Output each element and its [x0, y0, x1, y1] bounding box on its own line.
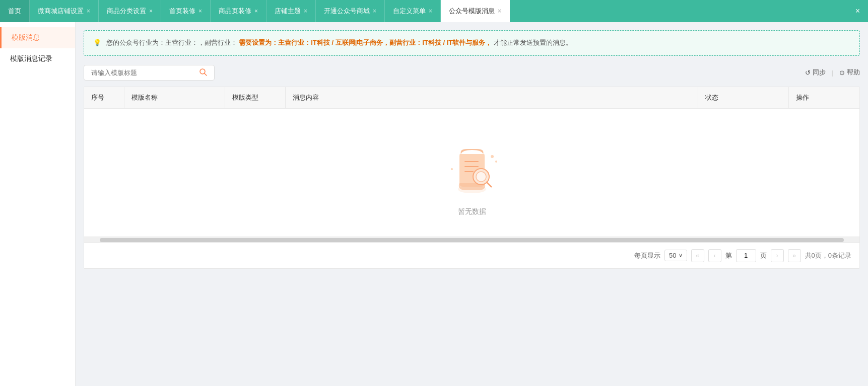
tab-home-label: 首页 — [8, 7, 21, 16]
tab-homepage-decor[interactable]: 首页装修 × — [161, 0, 211, 22]
th-status: 状态 — [698, 87, 789, 108]
svg-point-9 — [491, 155, 494, 158]
tab-product-page-decor-label: 商品页装修 — [219, 7, 251, 16]
per-page-value: 50 — [669, 252, 676, 259]
sync-icon: ↺ — [805, 69, 811, 76]
svg-point-7 — [476, 172, 486, 182]
sync-button[interactable]: ↺ 同步 — [805, 68, 826, 77]
empty-state: 暂无数据 — [84, 109, 859, 237]
tab-weshop-settings[interactable]: 微商城店铺设置 × — [30, 0, 99, 22]
tab-open-wechat-mall-label: 开通公众号商城 — [324, 7, 370, 16]
tab-weshop-close[interactable]: × — [87, 8, 90, 15]
tab-bar: 首页 微商城店铺设置 × 商品分类设置 × 首页装修 × 商品页装修 × 店铺主… — [0, 0, 868, 22]
svg-line-8 — [487, 182, 491, 187]
tab-product-category-label: 商品分类设置 — [107, 7, 146, 16]
tab-homepage-decor-label: 首页装修 — [169, 7, 195, 16]
prev-page-icon: ‹ — [714, 252, 716, 259]
tab-template-message[interactable]: 公众号模版消息 × — [441, 0, 510, 22]
empty-illustration — [442, 139, 502, 199]
first-page-icon: « — [696, 252, 699, 259]
tab-template-message-label: 公众号模版消息 — [449, 7, 495, 16]
tab-homepage-decor-close[interactable]: × — [198, 8, 202, 15]
th-content: 消息内容 — [286, 87, 698, 108]
search-bar: ↺ 同步 | ⊙ 帮助 — [84, 65, 860, 81]
last-page-button[interactable]: » — [788, 249, 801, 262]
notice-prefix: 您的公众号行业为：主营行业：，副营行业： — [106, 39, 237, 46]
tab-shop-theme[interactable]: 店铺主题 × — [266, 0, 316, 22]
first-page-button[interactable]: « — [691, 249, 704, 262]
content-area: 💡 您的公众号行业为：主营行业：，副营行业： 需要设置为：主营行业：IT科技 /… — [76, 22, 868, 386]
notice-icon: 💡 — [93, 39, 101, 46]
tab-product-page-decor-close[interactable]: × — [254, 8, 258, 15]
page-total: 共0页，0条记录 — [805, 251, 851, 260]
next-page-icon: › — [776, 252, 778, 259]
search-action-divider: | — [832, 69, 833, 76]
sidebar-item-template-msg-log[interactable]: 模版消息记录 — [0, 48, 75, 69]
help-icon: ⊙ — [839, 69, 845, 76]
per-page-select[interactable]: 50 ∨ — [664, 250, 687, 261]
horizontal-scrollbar[interactable] — [84, 237, 859, 243]
tab-shop-theme-close[interactable]: × — [304, 8, 307, 15]
page-prefix: 第 — [725, 251, 732, 260]
tab-custom-menu[interactable]: 自定义菜单 × — [385, 0, 441, 22]
last-page-icon: » — [792, 252, 796, 259]
scrollbar-thumb[interactable] — [100, 238, 844, 242]
tab-custom-menu-label: 自定义菜单 — [393, 7, 426, 16]
tab-open-wechat-mall[interactable]: 开通公众号商城 × — [316, 0, 385, 22]
prev-page-button[interactable]: ‹ — [708, 249, 721, 262]
tab-bar-close-all[interactable]: × — [847, 7, 868, 16]
svg-point-11 — [451, 168, 453, 170]
search-actions: ↺ 同步 | ⊙ 帮助 — [805, 68, 860, 77]
sidebar-item-template-msg-log-label: 模版消息记录 — [10, 54, 52, 62]
search-input-wrap — [84, 65, 215, 81]
notice-suffix: 才能正常发送预置的消息。 — [494, 39, 572, 46]
tab-shop-theme-label: 店铺主题 — [275, 7, 301, 16]
th-name: 模版名称 — [124, 87, 225, 108]
tab-custom-menu-close[interactable]: × — [429, 8, 432, 15]
sidebar: 模版消息 模版消息记录 — [0, 22, 76, 386]
tab-template-message-close[interactable]: × — [498, 8, 501, 15]
notice-highlight: 需要设置为：主营行业：IT科技 / 互联网|电子商务，副营行业：IT科技 / I… — [239, 39, 492, 46]
per-page-label: 每页显示 — [634, 251, 660, 260]
sync-label: 同步 — [813, 68, 826, 77]
table-header: 序号 模版名称 模版类型 消息内容 状态 操作 — [84, 87, 859, 109]
search-input[interactable] — [88, 65, 199, 80]
tab-home[interactable]: 首页 — [0, 0, 30, 22]
search-button[interactable] — [199, 68, 207, 78]
sidebar-item-template-msg-label: 模版消息 — [12, 33, 40, 41]
th-index: 序号 — [84, 87, 124, 108]
data-table: 序号 模版名称 模版类型 消息内容 状态 操作 — [84, 87, 860, 269]
svg-line-1 — [205, 73, 207, 75]
sidebar-item-template-msg[interactable]: 模版消息 — [0, 27, 75, 48]
page-suffix: 页 — [760, 251, 767, 260]
next-page-button[interactable]: › — [771, 249, 784, 262]
main-layout: 模版消息 模版消息记录 💡 您的公众号行业为：主营行业：，副营行业： 需要设置为… — [0, 22, 868, 386]
th-action: 操作 — [789, 87, 859, 108]
empty-text: 暂无数据 — [458, 207, 486, 216]
svg-point-10 — [495, 161, 497, 163]
pagination: 每页显示 50 ∨ « ‹ 第 页 › » — [84, 243, 859, 268]
current-page-input[interactable] — [736, 249, 756, 262]
tab-open-wechat-mall-close[interactable]: × — [373, 8, 376, 15]
tab-product-category[interactable]: 商品分类设置 × — [99, 0, 161, 22]
help-button[interactable]: ⊙ 帮助 — [839, 68, 860, 77]
help-label: 帮助 — [847, 68, 860, 77]
notice-box: 💡 您的公众号行业为：主营行业：，副营行业： 需要设置为：主营行业：IT科技 /… — [84, 30, 860, 56]
tab-weshop-label: 微商城店铺设置 — [38, 7, 84, 16]
per-page-chevron-icon: ∨ — [679, 252, 683, 259]
tab-product-page-decor[interactable]: 商品页装修 × — [211, 0, 266, 22]
th-type: 模版类型 — [225, 87, 286, 108]
tab-product-category-close[interactable]: × — [149, 8, 153, 15]
